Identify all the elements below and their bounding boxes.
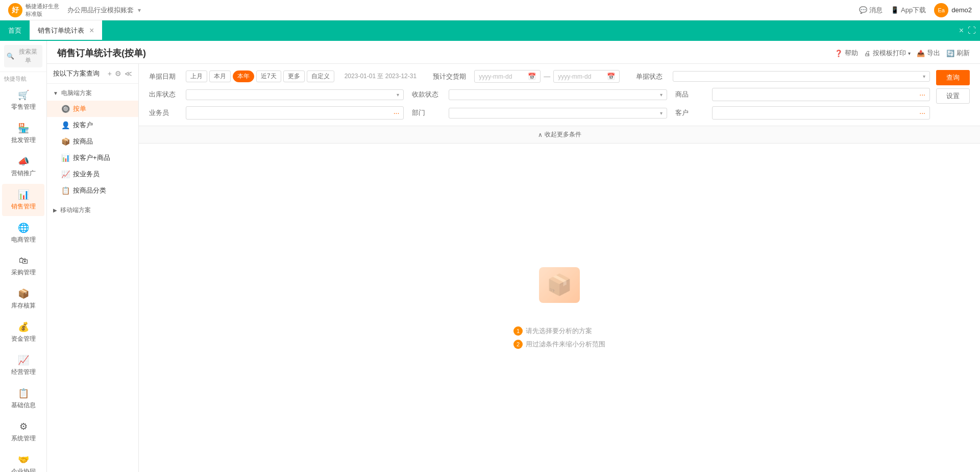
- scheme-settings-button[interactable]: ⚙: [115, 69, 121, 78]
- dropdown-icon[interactable]: ▾: [138, 7, 141, 14]
- sidebar-item-sales[interactable]: 📊 销售管理: [2, 184, 44, 216]
- refresh-button[interactable]: 🔄 刷新: [946, 49, 970, 58]
- tab-sales-order-stats[interactable]: 销售订单统计表 ×: [30, 20, 102, 41]
- empty-hint-2: 2 用过滤条件来缩小分析范围: [513, 340, 605, 349]
- scheme-item-by-goods[interactable]: 📦 按商品: [47, 133, 138, 150]
- payment-status-label: 收款状态: [412, 90, 440, 99]
- dept-select[interactable]: ▾: [449, 108, 667, 119]
- scheme-item-by-customer[interactable]: 👤 按客户: [47, 117, 138, 133]
- this-year-btn[interactable]: 本年: [233, 70, 254, 82]
- doc-status-select[interactable]: ▾: [673, 71, 930, 82]
- empty-box-graphic: [539, 267, 580, 303]
- top-bar-left: 好 畅捷通好生意 标准版 办公用品行业模拟账套 ▾: [8, 3, 141, 17]
- retail-icon: 🛒: [18, 89, 29, 101]
- scheme-group-mobile-header[interactable]: ▶ 移动端方案: [47, 203, 138, 218]
- message-icon: 💬: [859, 6, 867, 14]
- page-header: 销售订单统计表(按单) ❓ 帮助 🖨 按模板打印 ▾ 📤 导出 🔄 刷新: [47, 41, 980, 64]
- scheme-item-by-order[interactable]: 🔘 按单: [47, 101, 138, 117]
- inventory-icon: 📦: [18, 288, 29, 299]
- date-label: 单据日期: [149, 72, 178, 81]
- sidebar-item-inventory[interactable]: 📦 库存核算: [2, 283, 44, 315]
- filter-fields: 单据日期 上月 本月 本年 近7天 更多 自定义 2023-01-01 至 20…: [149, 70, 930, 120]
- sidebar-item-enterprise[interactable]: 🤝 企业协同: [2, 449, 44, 472]
- tab-home[interactable]: 首页: [0, 20, 30, 41]
- delivery-arrow: ▾: [397, 92, 399, 98]
- sidebar-item-retail[interactable]: 🛒 零售管理: [2, 84, 44, 116]
- scheme-group-pc-header[interactable]: ▼ 电脑端方案: [47, 86, 138, 101]
- tab-close-icon[interactable]: ×: [89, 27, 94, 35]
- payment-status-select[interactable]: ▾: [449, 89, 667, 100]
- sidebar-item-ecommerce[interactable]: 🌐 电商管理: [2, 217, 44, 249]
- collapse-button[interactable]: ∧ 收起更多条件: [538, 130, 581, 139]
- enterprise-icon: 🤝: [18, 454, 29, 465]
- close-window-icon[interactable]: ×: [959, 26, 964, 35]
- this-month-btn[interactable]: 本月: [209, 70, 231, 82]
- expected-date-to[interactable]: yyyy-mm-dd 📅: [553, 70, 620, 83]
- wholesale-icon: 🏪: [18, 123, 29, 134]
- payment-arrow: ▾: [660, 92, 663, 98]
- collapse-icon: ∧: [538, 131, 543, 138]
- top-bar: 好 畅捷通好生意 标准版 办公用品行业模拟账套 ▾ 💬 消息 📱 App下载 E…: [0, 0, 980, 20]
- goods-label: 商品: [675, 90, 704, 99]
- scheme-item-by-category[interactable]: 📋 按商品分类: [47, 182, 138, 199]
- user-avatar: Ea: [934, 3, 948, 17]
- sidebar-item-wholesale[interactable]: 🏪 批发管理: [2, 117, 44, 150]
- dept-arrow: ▾: [660, 110, 663, 116]
- settings-button[interactable]: 设置: [936, 88, 970, 104]
- refresh-icon: 🔄: [946, 50, 954, 57]
- scheme-item-by-salesperson[interactable]: 📈 按业务员: [47, 166, 138, 182]
- goods-input[interactable]: ···: [712, 88, 930, 101]
- more-btn[interactable]: 更多: [283, 70, 305, 82]
- by-salesperson-icon: 📈: [61, 170, 70, 178]
- hint-num-2: 2: [513, 340, 523, 349]
- help-button[interactable]: ❓ 帮助: [835, 49, 858, 58]
- cal-to-icon: 📅: [607, 73, 615, 80]
- right-actions: 查询 设置: [936, 70, 970, 104]
- empty-text: 1 请先选择要分析的方案 2 用过滤条件来缩小分析范围: [513, 326, 605, 349]
- search-icon: 🔍: [7, 53, 14, 60]
- page-actions: ❓ 帮助 🖨 按模板打印 ▾ 📤 导出 🔄 刷新: [835, 49, 970, 58]
- system-icon: ⚙: [19, 421, 28, 432]
- custom-btn[interactable]: 自定义: [307, 70, 334, 82]
- by-category-icon: 📋: [61, 186, 70, 195]
- by-customer-goods-icon: 📊: [61, 154, 70, 162]
- message-button[interactable]: 💬 消息: [859, 6, 883, 15]
- user-profile[interactable]: Ea demo2: [934, 3, 972, 17]
- ecommerce-icon: 🌐: [18, 222, 29, 233]
- add-scheme-button[interactable]: +: [108, 69, 112, 78]
- scheme-group-pc: ▼ 电脑端方案 🔘 按单 👤 按客户 📦 按商品: [47, 84, 138, 201]
- sidebar-item-finance[interactable]: 💰 资金管理: [2, 316, 44, 348]
- marketing-icon: 📣: [18, 156, 29, 167]
- scheme-item-by-customer-goods[interactable]: 📊 按客户+商品: [47, 150, 138, 166]
- last-7-btn[interactable]: 近7天: [256, 70, 281, 82]
- left-panel-title: 按以下方案查询: [53, 69, 100, 78]
- customer-input[interactable]: ···: [712, 106, 930, 120]
- app-download-button[interactable]: 📱 App下载: [891, 6, 926, 15]
- sidebar-item-operations[interactable]: 📈 经营管理: [2, 349, 44, 382]
- maximize-icon[interactable]: ⛶: [968, 26, 976, 35]
- sidebar-item-system[interactable]: ⚙ 系统管理: [2, 416, 44, 448]
- sidebar-item-purchase[interactable]: 🛍 采购管理: [2, 250, 44, 282]
- query-button[interactable]: 查询: [936, 70, 970, 85]
- by-goods-icon: 📦: [61, 137, 70, 146]
- active-tab-label: 销售订单统计表: [38, 26, 84, 35]
- tab-bar-right: × ⛶: [959, 26, 980, 35]
- filter-main-row: 单据日期 上月 本月 本年 近7天 更多 自定义 2023-01-01 至 20…: [149, 70, 970, 120]
- collapse-panel-button[interactable]: ≪: [125, 69, 132, 78]
- scheme-group-pc-label: 电脑端方案: [61, 89, 92, 98]
- customer-dots-icon: ···: [919, 109, 925, 117]
- expected-date-group: yyyy-mm-dd 📅 — yyyy-mm-dd 📅: [474, 70, 620, 83]
- delivery-status-select[interactable]: ▾: [186, 89, 404, 100]
- sidebar-nav-label: 快捷导航: [0, 72, 46, 84]
- export-button[interactable]: 📤 导出: [917, 49, 940, 58]
- search-menu-button[interactable]: 🔍 搜索菜单: [4, 45, 42, 67]
- expected-date-from[interactable]: yyyy-mm-dd 📅: [474, 70, 541, 83]
- expected-date-label: 预计交货期: [433, 72, 466, 81]
- salesperson-input[interactable]: ···: [186, 106, 404, 120]
- print-template-button[interactable]: 🖨 按模板打印 ▾: [864, 49, 911, 58]
- last-month-btn[interactable]: 上月: [186, 70, 207, 82]
- sidebar-item-basic[interactable]: 📋 基础信息: [2, 383, 44, 415]
- sidebar-item-marketing[interactable]: 📣 营销推广: [2, 151, 44, 183]
- logo-icon: 好: [8, 3, 22, 17]
- left-panel-header: 按以下方案查询 + ⚙ ≪: [47, 64, 138, 84]
